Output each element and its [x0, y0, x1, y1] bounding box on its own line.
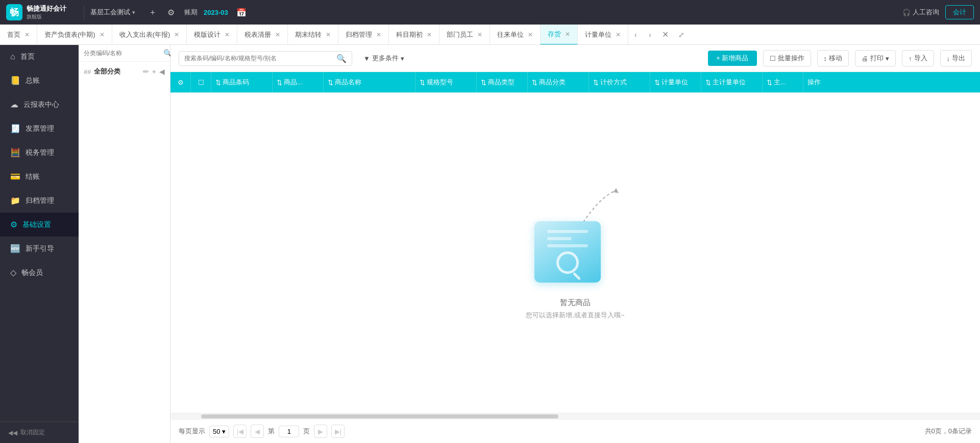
th-code[interactable]: ⇅ 商品...: [273, 72, 324, 92]
tab-inventory[interactable]: 存货 ✕: [541, 25, 578, 45]
print-button[interactable]: 🖨 打印 ▾: [855, 50, 896, 66]
tab-unit[interactable]: 计量单位 ✕: [578, 25, 628, 45]
tab-template[interactable]: 模版设计 ✕: [187, 25, 237, 45]
account-button[interactable]: 会计: [945, 5, 974, 19]
main-layout: ⌂ 首页 📒 总账 ☁ 云报表中心 🧾 发票管理 🧮 税务管理 💳 结账 📁 归…: [0, 45, 980, 443]
tab-prev-btn[interactable]: ‹: [628, 25, 643, 45]
cancel-pin-label: 取消固定: [20, 428, 45, 437]
close-icon[interactable]: ✕: [225, 31, 230, 38]
close-icon[interactable]: ✕: [616, 31, 621, 38]
tab-label: 归档管理: [346, 30, 372, 39]
logo-text: 畅捷通好会计 旗舰版: [27, 4, 66, 20]
th-type[interactable]: ⇅ 商品类型: [477, 72, 528, 92]
first-page-button[interactable]: |◀: [233, 425, 247, 438]
close-icon[interactable]: ✕: [477, 31, 482, 38]
close-icon[interactable]: ✕: [174, 31, 179, 38]
company-selector[interactable]: 基层工会测试 ▾: [90, 8, 135, 17]
add-product-button[interactable]: + 新增商品: [708, 51, 756, 66]
th-setting[interactable]: ⚙: [170, 72, 191, 92]
sidebar-item-tax[interactable]: 🧮 税务管理: [0, 141, 79, 165]
move-button[interactable]: ↕ 移动: [817, 50, 849, 66]
tab-label: 资产负债表(中期): [44, 30, 95, 39]
batch-operation-button[interactable]: ☐ 批量操作: [763, 50, 811, 66]
sidebar-item-invoice[interactable]: 🧾 发票管理: [0, 116, 79, 141]
th-checkbox[interactable]: ☐: [191, 72, 211, 92]
sidebar-item-home[interactable]: ⌂ 首页: [0, 45, 79, 68]
close-icon[interactable]: ✕: [100, 31, 105, 38]
tab-label: 期末结转: [295, 30, 322, 39]
category-header: ## 全部分类 ✏ + ◀: [79, 62, 170, 81]
sort-icon: ⇅: [481, 79, 486, 86]
close-icon[interactable]: ✕: [376, 31, 381, 38]
sidebar-item-ledger[interactable]: 📒 总账: [0, 68, 79, 92]
close-icon[interactable]: ✕: [427, 31, 432, 38]
th-category[interactable]: ⇅ 商品分类: [528, 72, 589, 92]
cancel-pin-button[interactable]: ◀◀ 取消固定: [0, 422, 79, 443]
product-search-input[interactable]: [184, 55, 333, 62]
tab-next-btn[interactable]: ›: [643, 25, 657, 45]
top-header: 畅 畅捷通好会计 旗舰版 基层工会测试 ▾ ＋ ⚙ 账期 2023-03 📅 🎧…: [0, 0, 980, 25]
close-icon[interactable]: ✕: [275, 31, 280, 38]
category-all-label[interactable]: 全部分类: [94, 67, 139, 76]
tab-vendor[interactable]: 往来单位 ✕: [490, 25, 541, 45]
add-category-icon[interactable]: +: [152, 67, 156, 76]
more-filter-button[interactable]: ▼ 更多条件 ▾: [358, 52, 409, 65]
edit-category-icon[interactable]: ✏: [143, 67, 149, 76]
sidebar-item-label: 发票管理: [26, 124, 54, 133]
th-spec[interactable]: ⇅ 规格型号: [415, 72, 477, 92]
th-num[interactable]: ⇅ 主...: [763, 72, 803, 92]
last-page-button[interactable]: ▶|: [331, 425, 345, 438]
th-name[interactable]: ⇅ 商品名称: [324, 72, 415, 92]
close-icon[interactable]: ✕: [24, 31, 30, 38]
next-page-button[interactable]: ▶: [314, 425, 327, 438]
th-main-unit[interactable]: ⇅ 主计量单位: [701, 72, 763, 92]
total-records-label: 共0页，0条记录: [925, 427, 972, 436]
sidebar-item-closing[interactable]: 💳 结账: [0, 165, 79, 189]
tab-staff[interactable]: 部门员工 ✕: [439, 25, 490, 45]
sidebar-item-label: 新手引导: [26, 244, 54, 253]
close-icon[interactable]: ✕: [326, 31, 331, 38]
export-button[interactable]: ↓ 导出: [940, 50, 972, 66]
guide-icon: 🆕: [10, 244, 20, 253]
tab-closing[interactable]: 期末结转 ✕: [288, 25, 338, 45]
sidebar-item-reports[interactable]: ☁ 云报表中心: [0, 92, 79, 116]
sidebar-item-guide[interactable]: 🆕 新手引导: [0, 237, 79, 261]
page-number-input[interactable]: [279, 426, 299, 437]
th-barcode[interactable]: ⇅ 商品条码: [211, 72, 273, 92]
sidebar-item-settings[interactable]: ⚙ 基础设置: [0, 213, 79, 237]
add-icon[interactable]: ＋: [145, 5, 160, 19]
pagination-bar: 每页显示 50 ▾ |◀ ◀ 第 页 ▶ ▶| 共0页，0条记录: [170, 419, 980, 443]
help-button[interactable]: 🎧 人工咨询: [902, 8, 939, 17]
search-icon[interactable]: 🔍: [336, 54, 347, 63]
page-prefix-label: 第: [268, 427, 275, 436]
home-icon: ⌂: [10, 52, 15, 61]
sidebar-item-label: 云报表中心: [23, 100, 59, 109]
tab-subject[interactable]: 科目期初 ✕: [389, 25, 439, 45]
empty-doc: [534, 221, 601, 283]
tab-tax[interactable]: 税表清册 ✕: [237, 25, 288, 45]
tab-balance[interactable]: 资产负债表(中期) ✕: [37, 25, 112, 45]
collapse-panel-icon[interactable]: ◀: [159, 67, 165, 76]
sidebar-item-member[interactable]: ◇ 畅会员: [0, 261, 79, 285]
scroll-thumb[interactable]: [201, 414, 558, 418]
tab-archive[interactable]: 归档管理 ✕: [338, 25, 389, 45]
th-unit[interactable]: ⇅ 计量单位: [650, 72, 701, 92]
sort-icon: ⇅: [767, 79, 772, 86]
prev-page-button[interactable]: ◀: [251, 425, 264, 438]
tab-income[interactable]: 收入支出表(年报) ✕: [112, 25, 187, 45]
per-page-select[interactable]: 50 ▾: [209, 426, 229, 437]
tab-expand-btn[interactable]: ⤢: [673, 25, 690, 45]
sidebar-item-archive[interactable]: 📁 归档管理: [0, 189, 79, 213]
category-search-input[interactable]: [84, 50, 160, 57]
settings-icon[interactable]: ⚙: [164, 5, 178, 19]
import-button[interactable]: ↑ 导入: [902, 50, 934, 66]
close-icon[interactable]: ✕: [565, 31, 570, 38]
sidebar-item-label: 畅会员: [21, 268, 43, 277]
tab-close-all-btn[interactable]: ✕: [657, 25, 673, 45]
horizontal-scrollbar[interactable]: [170, 413, 980, 419]
th-price[interactable]: ⇅ 计价方式: [589, 72, 650, 92]
calendar-icon[interactable]: 📅: [234, 5, 249, 19]
close-icon[interactable]: ✕: [528, 31, 533, 38]
tab-home[interactable]: 首页 ✕: [0, 25, 37, 45]
page-suffix-label: 页: [303, 427, 310, 436]
